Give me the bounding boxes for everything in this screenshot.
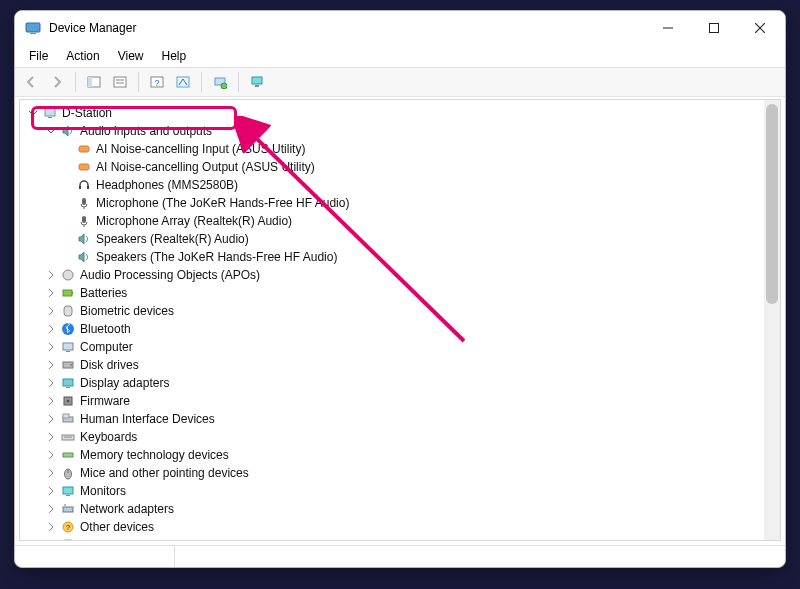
category-label: Display adapters: [80, 376, 169, 390]
scrollbar[interactable]: [764, 100, 780, 540]
device-item[interactable]: AI Noise-cancelling Input (ASUS Utility): [26, 140, 780, 158]
chevron-right-icon[interactable]: [44, 520, 58, 534]
menu-view[interactable]: View: [110, 47, 152, 65]
chevron-down-icon[interactable]: [26, 106, 40, 120]
category-other[interactable]: ? Other devices: [26, 518, 780, 536]
svg-rect-49: [66, 495, 70, 496]
category-apo[interactable]: Audio Processing Objects (APOs): [26, 266, 780, 284]
svg-rect-48: [63, 487, 73, 494]
statusbar: [15, 545, 785, 567]
svg-line-4: [755, 23, 765, 33]
category-bluetooth[interactable]: Bluetooth: [26, 320, 780, 338]
device-icon: [76, 159, 92, 175]
menu-file[interactable]: File: [21, 47, 56, 65]
device-item[interactable]: Speakers (The JoKeR Hands-Free HF Audio): [26, 248, 780, 266]
chevron-right-icon[interactable]: [44, 286, 58, 300]
svg-rect-37: [63, 379, 73, 386]
memory-icon: [60, 447, 76, 463]
show-hide-tree-button[interactable]: [82, 70, 106, 94]
tree-root-label: D-Station: [62, 106, 112, 120]
tree-root[interactable]: D-Station: [26, 104, 780, 122]
category-audio[interactable]: Audio inputs and outputs: [26, 122, 780, 140]
svg-rect-17: [255, 85, 259, 87]
category-monitors[interactable]: Monitors: [26, 482, 780, 500]
toolbar: ?: [15, 67, 785, 97]
chevron-right-icon[interactable]: [44, 466, 58, 480]
chevron-right-icon[interactable]: [44, 430, 58, 444]
status-cell: [15, 546, 175, 567]
chevron-right-icon[interactable]: [44, 484, 58, 498]
help-button[interactable]: ?: [145, 70, 169, 94]
svg-rect-18: [45, 108, 55, 116]
category-batteries[interactable]: Batteries: [26, 284, 780, 302]
device-item[interactable]: Microphone (The JoKeR Hands-Free HF Audi…: [26, 194, 780, 212]
minimize-button[interactable]: [645, 13, 691, 43]
speaker-icon: [76, 249, 92, 265]
category-computer[interactable]: Computer: [26, 338, 780, 356]
svg-rect-31: [64, 306, 72, 316]
network-icon: [60, 501, 76, 517]
chevron-right-icon[interactable]: [44, 268, 58, 282]
monitor-button[interactable]: [245, 70, 269, 94]
close-button[interactable]: [737, 13, 783, 43]
disk-icon: [60, 357, 76, 373]
category-hid[interactable]: Human Interface Devices: [26, 410, 780, 428]
monitor-icon: [60, 483, 76, 499]
svg-rect-7: [88, 77, 92, 87]
chevron-right-icon[interactable]: [44, 304, 58, 318]
device-manager-window: Device Manager File Action View Help ? D…: [14, 10, 786, 568]
category-label: Human Interface Devices: [80, 412, 215, 426]
category-network[interactable]: Network adapters: [26, 500, 780, 518]
chevron-right-icon[interactable]: [44, 358, 58, 372]
category-biometric[interactable]: Biometric devices: [26, 302, 780, 320]
chevron-right-icon[interactable]: [44, 322, 58, 336]
category-label: Audio inputs and outputs: [80, 124, 212, 138]
maximize-button[interactable]: [691, 13, 737, 43]
menu-help[interactable]: Help: [154, 47, 195, 65]
action-button[interactable]: [171, 70, 195, 94]
printer-icon: [60, 537, 76, 540]
svg-rect-19: [48, 117, 52, 118]
category-memory[interactable]: Memory technology devices: [26, 446, 780, 464]
status-cell: [175, 546, 785, 567]
titlebar[interactable]: Device Manager: [15, 11, 785, 45]
category-firmware[interactable]: Firmware: [26, 392, 780, 410]
properties-button[interactable]: [108, 70, 132, 94]
chevron-right-icon[interactable]: [44, 412, 58, 426]
svg-rect-23: [87, 186, 89, 189]
chevron-right-icon[interactable]: [44, 376, 58, 390]
menu-action[interactable]: Action: [58, 47, 107, 65]
chevron-right-icon[interactable]: [44, 340, 58, 354]
svg-rect-34: [66, 351, 70, 352]
device-label: AI Noise-cancelling Output (ASUS Utility…: [96, 160, 315, 174]
svg-rect-26: [82, 216, 86, 223]
category-keyboards[interactable]: Keyboards: [26, 428, 780, 446]
category-mice[interactable]: Mice and other pointing devices: [26, 464, 780, 482]
device-label: Microphone (The JoKeR Hands-Free HF Audi…: [96, 196, 349, 210]
chevron-down-icon[interactable]: [44, 124, 58, 138]
chevron-right-icon[interactable]: [44, 502, 58, 516]
device-tree[interactable]: D-Station Audio inputs and outputs AI No…: [20, 100, 780, 540]
category-label: Other devices: [80, 520, 154, 534]
hid-icon: [60, 411, 76, 427]
device-item[interactable]: AI Noise-cancelling Output (ASUS Utility…: [26, 158, 780, 176]
device-item[interactable]: Microphone Array (Realtek(R) Audio): [26, 212, 780, 230]
category-label: Mice and other pointing devices: [80, 466, 249, 480]
category-print[interactable]: Print queues: [26, 536, 780, 540]
chevron-right-icon[interactable]: [44, 448, 58, 462]
chevron-right-icon[interactable]: [44, 394, 58, 408]
svg-point-36: [70, 364, 72, 366]
category-label: Firmware: [80, 394, 130, 408]
scan-hardware-button[interactable]: [208, 70, 232, 94]
category-disk[interactable]: Disk drives: [26, 356, 780, 374]
nav-forward-button[interactable]: [45, 70, 69, 94]
nav-back-button[interactable]: [19, 70, 43, 94]
svg-point-40: [67, 400, 70, 403]
chevron-right-icon[interactable]: [44, 538, 58, 540]
firmware-icon: [60, 393, 76, 409]
device-item[interactable]: Speakers (Realtek(R) Audio): [26, 230, 780, 248]
category-display[interactable]: Display adapters: [26, 374, 780, 392]
device-item[interactable]: Headphones (MMS2580B): [26, 176, 780, 194]
scrollbar-thumb[interactable]: [766, 104, 778, 304]
speaker-icon: [60, 123, 76, 139]
